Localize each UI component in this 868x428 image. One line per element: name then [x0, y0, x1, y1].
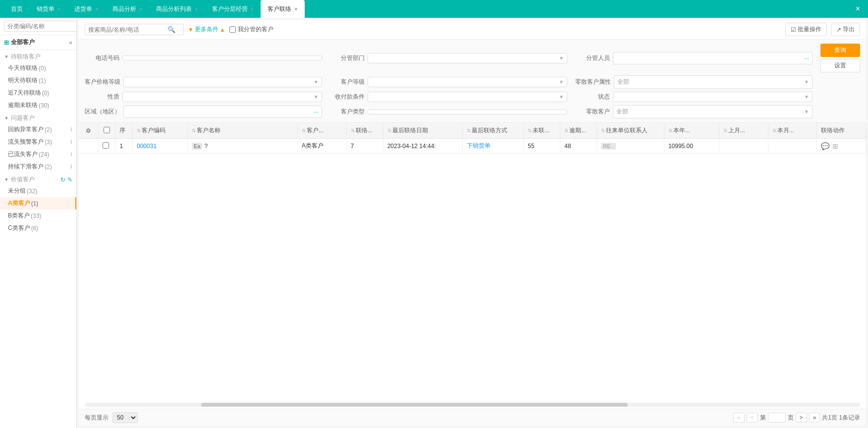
gear-icon[interactable]: ⚙ [86, 127, 91, 134]
filter-retail-attr-dropdown[interactable]: 全部 ▼ [614, 75, 813, 89]
customer-name-text: ? [204, 143, 208, 150]
filter-phone-input[interactable] [122, 55, 322, 60]
filter-customer-type-input[interactable] [368, 109, 567, 114]
next-page-step-button[interactable]: > [796, 413, 807, 423]
refresh-value-icon[interactable]: ↻ [60, 176, 65, 183]
chat-icon[interactable]: 💬 [821, 142, 829, 150]
sort-last-method-icon: ⇅ [467, 128, 471, 133]
sidebar-item-abnormal[interactable]: 回购异常客户 (2) ℹ [0, 123, 76, 136]
th-name[interactable]: ⇅ 客户名称 [188, 123, 298, 139]
th-gear[interactable]: ⚙ [79, 123, 98, 139]
td-last-method[interactable]: 下销货单 [462, 139, 523, 154]
my-customers-filter[interactable]: 我分管的客户 [229, 25, 273, 34]
filter-search-input[interactable] [88, 26, 167, 33]
filter-nature: 性质 ▼ [85, 92, 322, 102]
filter-retail-attr: 零散客户属性 全部 ▼ [575, 75, 813, 89]
settings-button[interactable]: 设置 [820, 59, 860, 72]
filter-nature-dropdown[interactable]: ▼ [122, 92, 322, 102]
filter-region-input[interactable]: ··· [123, 106, 322, 118]
nav-sales[interactable]: 销货单 × [30, 0, 67, 18]
th-check[interactable] [98, 123, 115, 139]
filter-payment-dropdown[interactable]: ▼ [368, 92, 567, 102]
th-contact-count[interactable]: ⇅ 联络... [346, 123, 383, 139]
filter-price-level-dropdown[interactable]: ▼ [123, 77, 322, 87]
sort-uncontact-icon: ⇅ [528, 128, 532, 133]
collapse-sidebar-icon[interactable]: « [69, 39, 72, 46]
td-code[interactable]: 000031 [133, 139, 188, 154]
sort-name-icon: ⇅ [192, 128, 196, 133]
filter-dept-dropdown[interactable]: ▼ [368, 53, 567, 63]
filter-customer-level-dropdown[interactable]: ▼ [368, 77, 567, 87]
last-method-link[interactable]: 下销货单 [467, 142, 490, 149]
sidebar-item-churn-warning[interactable]: 流失预警客户 (3) ℹ [0, 136, 76, 148]
more-conditions-btn[interactable]: ▼ 更多条件 ▲ [188, 25, 225, 34]
more-person-icon[interactable]: ··· [804, 54, 809, 62]
close-purchase-icon[interactable]: × [95, 6, 98, 12]
nav-customer-contact[interactable]: 客户联络 × [261, 0, 304, 18]
td-check[interactable] [98, 139, 115, 154]
nav-purchase[interactable]: 进货单 × [67, 0, 105, 18]
sidebar-item-7days[interactable]: 近7天待联络 (0) [0, 87, 76, 99]
th-last-method[interactable]: ⇅ 最后联络方式 [462, 123, 523, 139]
filter-row-2: 客户价格等级 ▼ 客户等级 ▼ 零散客户属性 全部 [85, 75, 860, 89]
my-customers-checkbox[interactable] [229, 26, 236, 33]
th-type[interactable]: ⇅ 客户... [297, 123, 346, 139]
close-customer-contact-icon[interactable]: × [294, 6, 297, 12]
query-button[interactable]: 查询 [820, 44, 860, 57]
edit-value-icon[interactable]: ✎ [67, 176, 72, 183]
nav-customer-tier[interactable]: 客户分层经营 × [205, 0, 261, 18]
th-this-month[interactable]: ⇅ 本月... [768, 123, 817, 139]
filter-status-dropdown[interactable]: ▼ [613, 92, 813, 102]
filter-bar: 🔍 ▼ 更多条件 ▲ 我分管的客户 ☑ 批量操作 ↗ 导出 [79, 20, 866, 40]
batch-op-button[interactable]: ☑ 批量操作 [785, 23, 827, 36]
sidebar-item-ungroup[interactable]: 未分组 (32) [0, 185, 76, 197]
sidebar-item-tomorrow[interactable]: 明天待联络 (1) [0, 74, 76, 87]
prev-page-step-button[interactable]: < [747, 413, 758, 423]
sidebar-item-overdue[interactable]: 逾期未联络 (30) [0, 99, 76, 111]
close-product-analysis-icon[interactable]: × [139, 6, 142, 12]
nav-home[interactable]: 首页 [4, 0, 30, 18]
sidebar-search-input[interactable] [4, 21, 77, 32]
close-customer-tier-icon[interactable]: × [251, 6, 254, 12]
dropdown-retail-icon: ▼ [804, 109, 809, 114]
close-all-tabs-icon[interactable]: × [852, 4, 864, 13]
export-button[interactable]: ↗ 导出 [831, 23, 860, 36]
sidebar-all-customers[interactable]: ⊞ 全部客户 « [0, 35, 76, 50]
filter-search-icon[interactable]: 🔍 [167, 26, 175, 33]
nav-product-analysis[interactable]: 商品分析 × [106, 0, 149, 18]
td-this-month [768, 139, 817, 154]
horizontal-scrollbar[interactable] [85, 403, 860, 407]
pagination: « < 第 1 页 > » 共1页 1条记录 [733, 413, 860, 423]
close-sales-icon[interactable]: × [57, 6, 60, 12]
th-this-year[interactable]: ⇅ 本年... [664, 123, 719, 139]
th-last-date[interactable]: ⇅ 最后联络日期 [383, 123, 462, 139]
th-uncontact[interactable]: ⇅ 未联... [524, 123, 560, 139]
filter-retail-dropdown[interactable]: 全部 ▼ [613, 105, 813, 118]
th-num: 序 [115, 123, 133, 139]
nav-product-list[interactable]: 商品分析列表 × [149, 0, 205, 18]
sidebar-item-b-class[interactable]: B类客户 (33) [0, 210, 76, 222]
sidebar-item-churned[interactable]: 已流失客户 (24) ℹ [0, 148, 76, 160]
sidebar-item-today[interactable]: 今天待联络 (0) [0, 62, 76, 74]
qr-icon[interactable]: ⊞ [832, 142, 838, 150]
close-product-list-icon[interactable]: × [195, 6, 198, 12]
filter-person-input[interactable]: ··· [613, 52, 813, 64]
th-contact2[interactable]: ⇅ 往来单位联系人 [597, 123, 664, 139]
td-num: 1 [115, 139, 133, 154]
main-container: 🔍 ⊞ 全部客户 « ▼ 待联络客户 今天待联络 (0) 明天待联络 (1) 近… [0, 18, 868, 428]
select-all-checkbox[interactable] [104, 127, 110, 133]
row-checkbox[interactable] [103, 142, 109, 149]
prev-page-button[interactable]: « [733, 413, 745, 423]
th-overdue[interactable]: ⇅ 逾期... [560, 123, 597, 139]
page-input[interactable]: 1 [768, 413, 786, 423]
more-region-icon[interactable]: ··· [313, 108, 319, 115]
per-page-select[interactable]: 50 100 200 [112, 412, 138, 423]
scrollbar-thumb[interactable] [201, 403, 628, 407]
next-page-button[interactable]: » [809, 413, 820, 423]
sidebar-item-declining[interactable]: 持续下滑客户 (2) ℹ [0, 160, 76, 173]
th-last-month[interactable]: ⇅ 上月... [719, 123, 768, 139]
sidebar-search-bar: 🔍 [0, 18, 76, 35]
sidebar-item-a-class[interactable]: A类客户 (1) [0, 197, 76, 210]
sidebar-item-c-class[interactable]: C类客户 (6) [0, 222, 76, 234]
th-code[interactable]: ⇅ 客户编码 [133, 123, 188, 139]
